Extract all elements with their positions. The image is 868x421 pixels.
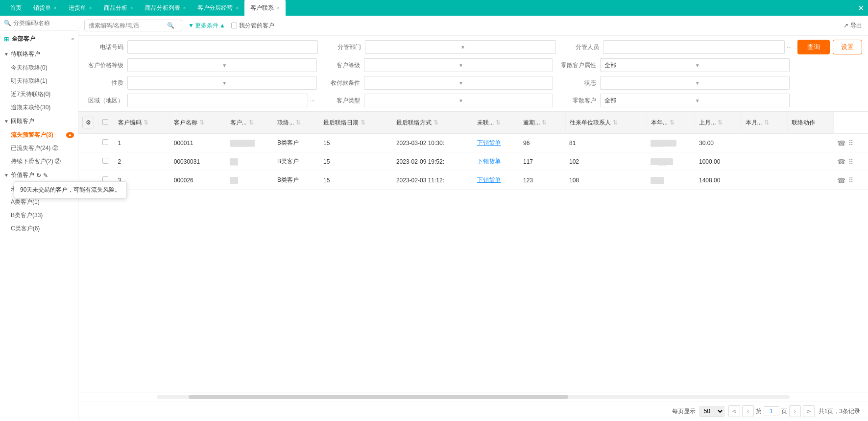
payment-select[interactable]: ▼ <box>364 76 554 90</box>
sidebar-section-review-title[interactable]: ▼ 回顾客户 <box>0 114 78 128</box>
row-last-month-1 <box>741 152 787 171</box>
prev-page-button[interactable]: ‹ <box>742 405 754 417</box>
tab-purchase-order[interactable]: 进货单 × <box>63 0 98 16</box>
row-last-date-2: 2023-02-03 11:12: <box>392 171 473 190</box>
person-select[interactable] <box>603 40 785 54</box>
table-row: 3 000026 ██ B类客户 15 2023-02-03 11:12: 下销… <box>78 171 868 190</box>
sidebar-item-declining[interactable]: 持续下滑客户(2) ② <box>0 155 78 168</box>
person-dots-btn[interactable]: ··· <box>785 44 794 50</box>
pagination-bar: 每页显示 50 100 ⊲ ‹ 第 页 › ⊳ 共1页，3条记录 <box>78 401 868 421</box>
more-action-icon-0[interactable]: ⠿ <box>848 139 853 147</box>
more-conditions-button[interactable]: ▼ 更多条件 ▲ <box>188 22 225 30</box>
query-button[interactable]: 查询 <box>797 40 830 54</box>
row-checkbox-input-0[interactable] <box>102 139 108 145</box>
more-action-icon-2[interactable]: ⠿ <box>848 176 853 184</box>
sidebar-item-7days-pending[interactable]: 近7天待联络(0) <box>0 88 78 101</box>
customer-type-select[interactable]: ▼ <box>364 94 554 107</box>
settings-button[interactable]: 设置 <box>833 40 862 54</box>
sidebar-item-overdue-pending[interactable]: 逾期未联络(30) <box>0 101 78 114</box>
contact-icon-1[interactable]: ☎ <box>837 158 845 166</box>
more-action-icon-1[interactable]: ⠿ <box>848 158 853 166</box>
row-type-2: B类客户 <box>273 171 319 190</box>
my-customers-filter[interactable]: 我分管的客户 <box>231 22 274 30</box>
region-dots-btn[interactable]: ··· <box>308 97 317 104</box>
col-settings: ⚙ <box>78 112 98 134</box>
status-select[interactable]: ▼ <box>600 76 790 90</box>
select-all-checkbox[interactable] <box>102 119 108 125</box>
tab-customer-tier[interactable]: 客户分层经营 × <box>192 0 244 16</box>
close-sales-order[interactable]: × <box>54 5 57 11</box>
region-select[interactable] <box>127 94 308 107</box>
contact-icon-0[interactable]: ☎ <box>837 139 845 147</box>
sidebar-item-churn-warning[interactable]: 流失预警客户(3) ● <box>0 128 78 142</box>
per-page-select[interactable]: 50 100 <box>699 406 724 417</box>
sort-overdue-icon[interactable]: ⇅ <box>542 119 547 126</box>
horizontal-scrollbar-thumb[interactable] <box>189 395 568 399</box>
sort-not-contacted-icon[interactable]: ⇅ <box>496 119 501 126</box>
sidebar-item-today-pending[interactable]: 今天待联络(0) <box>0 61 78 74</box>
my-customers-checkbox[interactable] <box>231 23 237 28</box>
sort-this-month-icon[interactable]: ⇅ <box>764 119 769 126</box>
row-checkbox-input-1[interactable] <box>102 158 108 164</box>
price-level-select[interactable]: ▼ <box>127 58 317 72</box>
search-button-icon[interactable]: 🔍 <box>167 22 174 29</box>
filter-retail-customer: 零散客户 全部 ▼ <box>557 94 790 107</box>
sort-contact-icon[interactable]: ⇅ <box>296 119 301 126</box>
sidebar-item-class-b[interactable]: B类客户(33) <box>0 209 78 222</box>
col-header-overdue: 逾期...⇅ <box>519 112 565 134</box>
table-gear-icon[interactable]: ⚙ <box>82 117 94 128</box>
sidebar-item-class-c[interactable]: C类客户(6) <box>0 222 78 235</box>
row-type-1: B类客户 <box>273 152 319 171</box>
customer-level-select[interactable]: ▼ <box>364 58 554 72</box>
next-page-button[interactable]: › <box>789 405 801 417</box>
sort-last-date-icon[interactable]: ⇅ <box>361 119 365 126</box>
row-last-month-2 <box>741 171 787 190</box>
nature-select[interactable]: ▼ <box>127 76 317 90</box>
col-header-last-method: 最后联络方式⇅ <box>392 112 473 134</box>
sidebar-search-input[interactable] <box>13 20 87 26</box>
sidebar-section-pending-title[interactable]: ▼ 待联络客户 <box>0 47 78 61</box>
close-product-analysis-list[interactable]: × <box>183 5 186 11</box>
row-settings-1 <box>78 152 98 171</box>
sort-last-method-icon[interactable]: ⇅ <box>434 119 438 126</box>
sort-last-month-icon[interactable]: ⇅ <box>718 119 723 126</box>
dept-select[interactable]: ▼ <box>365 40 555 54</box>
sort-code-icon[interactable]: ⇅ <box>144 119 148 126</box>
phone-input[interactable] <box>127 40 318 54</box>
retail-attr-select[interactable]: 全部 ▼ <box>600 58 790 72</box>
close-all-tabs[interactable]: ✕ <box>858 3 864 13</box>
tab-sales-order[interactable]: 销货单 × <box>27 0 63 16</box>
sort-name-icon[interactable]: ⇅ <box>199 119 204 126</box>
row-code-0: 000011 <box>170 134 226 152</box>
sort-contact-person-icon[interactable]: ⇅ <box>613 119 618 126</box>
sidebar-section-value: ▼ 价值客户 ↻ ✎ 未分组(32) A类客户(1) B类客户(33) C类客户… <box>0 168 78 235</box>
row-this-year-2: 1408.00 <box>695 171 741 190</box>
page-input[interactable] <box>764 406 779 416</box>
sidebar-root-header[interactable]: ⊞ 全部客户 « <box>0 31 78 47</box>
main-search-input[interactable] <box>89 22 167 29</box>
retail-customer-select[interactable]: 全部 ▼ <box>600 94 790 107</box>
tab-customer-contact[interactable]: 客户联系 × <box>244 0 286 16</box>
collapse-icon[interactable]: « <box>71 36 74 42</box>
tab-product-analysis-list[interactable]: 商品分析列表 × <box>139 0 192 16</box>
filter-region: 区域（地区） ··· <box>84 94 317 107</box>
sort-type-icon[interactable]: ⇅ <box>249 119 254 126</box>
sidebar-section-value-title[interactable]: ▼ 价值客户 ↻ ✎ <box>0 168 78 182</box>
sidebar-item-tomorrow-pending[interactable]: 明天待联络(1) <box>0 74 78 88</box>
close-customer-contact[interactable]: × <box>277 5 280 11</box>
first-page-button[interactable]: ⊲ <box>728 405 740 417</box>
close-customer-tier[interactable]: × <box>236 5 239 11</box>
sidebar-item-churned[interactable]: 已流失客户(24) ② <box>0 142 78 155</box>
last-page-button[interactable]: ⊳ <box>803 405 815 417</box>
tab-home[interactable]: 首页 <box>4 0 27 16</box>
sort-this-year-icon[interactable]: ⇅ <box>670 119 675 126</box>
contact-icon-2[interactable]: ☎ <box>837 176 845 184</box>
refresh-icon[interactable]: ↻ <box>36 172 41 179</box>
close-purchase-order[interactable]: × <box>89 5 92 11</box>
tab-product-analysis[interactable]: 商品分析 × <box>98 0 139 16</box>
export-button[interactable]: ↗ 导出 <box>844 22 862 30</box>
row-action-0: ☎ ⠿ <box>833 134 868 152</box>
horizontal-scrollbar[interactable] <box>157 395 790 399</box>
close-product-analysis[interactable]: × <box>130 5 133 11</box>
edit-icon[interactable]: ✎ <box>43 172 48 179</box>
